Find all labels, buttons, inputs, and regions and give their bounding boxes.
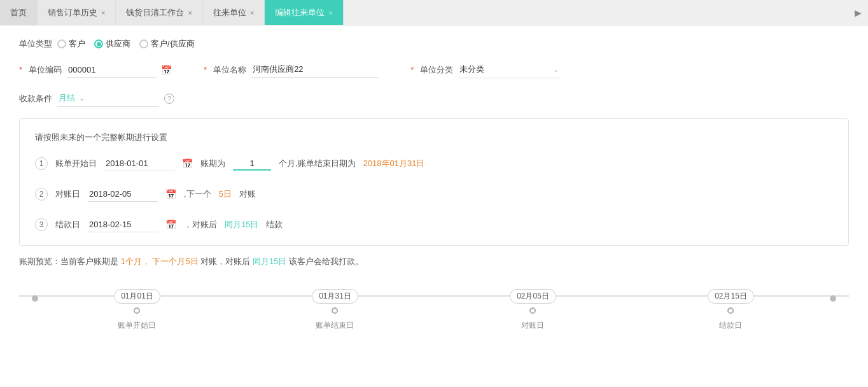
unit-code-icon[interactable]: 📅: [161, 65, 172, 75]
payment-arrow: ⌄: [79, 94, 85, 102]
tab-cash-work[interactable]: 钱货日清工作台 ×: [116, 0, 202, 25]
radio-circle-supplier: [94, 39, 103, 48]
timeline-point-4: 02月15日 结款日: [708, 289, 754, 331]
required-star-cat: *: [410, 65, 414, 74]
required-star-code: *: [19, 65, 22, 74]
timeline-dot-3: [529, 307, 536, 314]
setting-row-2: 2 对账日 📅 ,下一个 5日 对账: [35, 186, 833, 202]
payment-row: 收款条件 月结 ⌄ ?: [19, 90, 849, 107]
radio-both[interactable]: 客户/供应商: [139, 38, 195, 50]
tab-more-arrow[interactable]: ▶: [848, 0, 868, 25]
radio-circle-both: [139, 39, 148, 48]
unit-category-select[interactable]: 未分类 ⌄: [458, 61, 560, 78]
tab-close-edit-partner[interactable]: ×: [328, 9, 332, 17]
timeline-date-2: 01月31日: [312, 289, 358, 304]
step-label-1: 账单开始日: [55, 158, 97, 169]
step-num-3: 3: [35, 218, 48, 231]
setting-row-1: 1 账单开始日 📅 账期为 个月,账单结束日期为 2018年01月31日: [35, 156, 833, 171]
unit-type-group: 单位类型 客户 供应商 客户/供应商: [19, 38, 195, 50]
unit-category-value: 未分类: [459, 64, 550, 75]
payment-dropdown[interactable]: 月结 ⌄: [57, 90, 159, 107]
payment-label: 收款条件: [19, 93, 52, 104]
timeline-date-1: 01月01日: [114, 289, 160, 304]
payment-date-cal-icon[interactable]: 📅: [165, 220, 176, 230]
timeline-date-4: 02月15日: [708, 289, 754, 304]
tab-edit-partner[interactable]: 编辑往来单位 ×: [265, 0, 343, 25]
preview-suffix: 该客户会给我打款。: [289, 257, 363, 266]
reconcile-desc-suffix: 对账: [239, 188, 256, 200]
timeline-caption-2: 账单结束日: [316, 320, 354, 331]
unit-type-label: 单位类型: [19, 38, 52, 50]
payment-desc-suffix: 结款: [266, 219, 283, 230]
unit-name-group: * 单位名称: [204, 62, 379, 78]
unit-code-label: 单位编码: [29, 64, 62, 76]
timeline-caption-3: 对账日: [521, 320, 544, 331]
step-label-3: 结款日: [55, 219, 80, 230]
start-date-input[interactable]: [104, 156, 174, 171]
step-num-1: 1: [35, 157, 48, 170]
preview-prefix: 账期预览：当前客户账期是: [19, 257, 118, 266]
timeline-caption-4: 结款日: [719, 320, 742, 331]
payment-desc-prefix: ，对账后: [184, 219, 217, 230]
step-label-2: 对账日: [55, 188, 80, 200]
required-star-name: *: [204, 65, 207, 74]
period-suffix: 个月,账单结束日期为: [279, 158, 356, 169]
start-date-cal-icon[interactable]: 📅: [182, 158, 193, 169]
unit-category-label: 单位分类: [420, 64, 453, 76]
step-num-2: 2: [35, 188, 48, 201]
payment-value: 月结: [59, 92, 75, 104]
timeline-dot-2: [332, 307, 338, 314]
unit-name-input[interactable]: [251, 62, 379, 78]
settings-section: 请按照未来的一个完整帐期进行设置 1 账单开始日 📅 账期为 个月,账单结束日期…: [19, 118, 849, 246]
main-content: 单位类型 客户 供应商 客户/供应商 * 单位编码: [0, 25, 868, 387]
period-end-date: 2018年01月31日: [363, 158, 425, 169]
preview-mid: 对账，对账后: [200, 257, 250, 266]
tab-close-partner-unit[interactable]: ×: [250, 9, 254, 17]
unit-name-label: 单位名称: [213, 64, 246, 76]
payment-group: 收款条件 月结 ⌄ ?: [19, 90, 174, 107]
timeline-dot-1: [134, 307, 140, 314]
timeline-points: 01月01日 账单开始日 01月31日 账单结束日 02月05日 对账日: [32, 289, 836, 331]
unit-category-arrow: ⌄: [553, 66, 559, 74]
unit-info-row: * 单位编码 📅 * 单位名称 * 单位分类 未分类 ⌄: [19, 61, 849, 78]
reconcile-desc-prefix: ,下一个: [184, 188, 211, 200]
preview-part3: 同月15日: [253, 257, 286, 266]
timeline-point-2: 01月31日 账单结束日: [312, 289, 358, 331]
unit-code-group: * 单位编码 📅: [19, 62, 172, 78]
timeline-point-1: 01月01日 账单开始日: [114, 289, 160, 331]
preview-section: 账期预览：当前客户账期是 1个月， 下一个月5日 对账，对账后 同月15日 该客…: [19, 256, 849, 267]
unit-category-group: * 单位分类 未分类 ⌄: [410, 61, 560, 78]
preview-part2: 下一个月5日: [152, 257, 198, 266]
tab-partner-unit[interactable]: 往来单位 ×: [203, 0, 265, 25]
tab-bar: 首页 销售订单历史 × 钱货日清工作台 × 往来单位 × 编辑往来单位 × ▶: [0, 0, 868, 25]
payment-help-icon[interactable]: ?: [164, 94, 174, 104]
reconcile-highlight: 5日: [219, 188, 232, 200]
period-value-input[interactable]: [233, 157, 271, 171]
period-text: 账期为: [200, 158, 225, 169]
section-title: 请按照未来的一个完整帐期进行设置: [35, 132, 833, 143]
tab-close-cash-work[interactable]: ×: [188, 9, 192, 17]
timeline-date-3: 02月05日: [510, 289, 556, 304]
reconcile-date-input[interactable]: [88, 186, 158, 202]
timeline-end-dot: [830, 295, 836, 302]
unit-code-input[interactable]: [67, 62, 156, 78]
radio-customer[interactable]: 客户: [57, 38, 85, 50]
tab-sales-history[interactable]: 销售订单历史 ×: [38, 0, 116, 25]
preview-part1: 1个月，: [121, 257, 150, 266]
payment-date-input[interactable]: [88, 217, 158, 232]
timeline-dot-4: [727, 307, 734, 314]
tab-close-sales-history[interactable]: ×: [101, 9, 105, 17]
radio-circle-customer: [57, 39, 66, 48]
radio-group-unit-type: 客户 供应商 客户/供应商: [57, 38, 195, 50]
timeline-caption-1: 账单开始日: [118, 320, 156, 331]
reconcile-date-cal-icon[interactable]: 📅: [165, 189, 176, 199]
unit-type-row: 单位类型 客户 供应商 客户/供应商: [19, 38, 849, 50]
timeline-point-3: 02月05日 对账日: [510, 289, 556, 331]
payment-highlight: 同月15日: [225, 219, 258, 230]
timeline: 01月01日 账单开始日 01月31日 账单结束日 02月05日 对账日: [19, 283, 849, 337]
timeline-start-dot: [32, 295, 38, 302]
tab-home[interactable]: 首页: [0, 0, 38, 25]
setting-row-3: 3 结款日 📅 ，对账后 同月15日 结款: [35, 217, 833, 232]
radio-supplier[interactable]: 供应商: [94, 38, 130, 50]
